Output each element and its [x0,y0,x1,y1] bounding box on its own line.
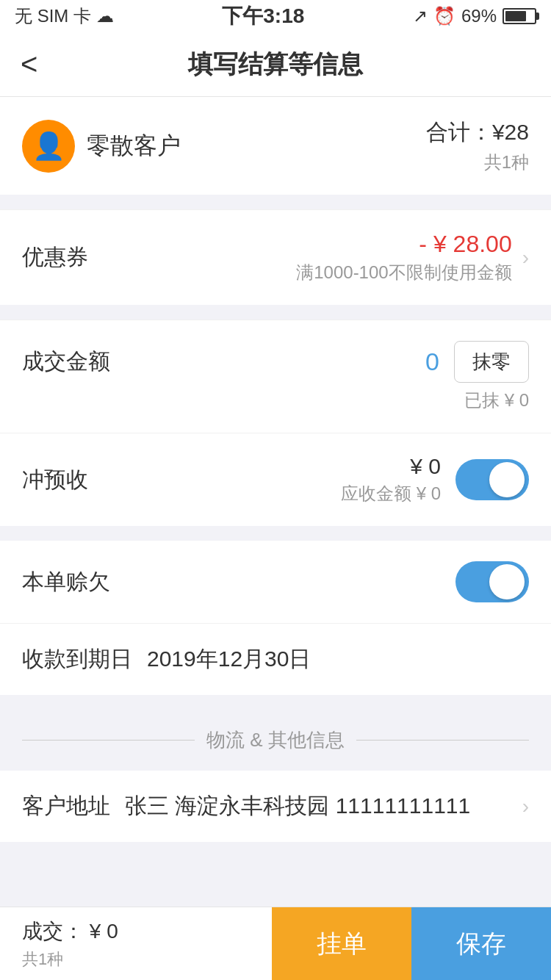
avatar-icon: 👤 [32,131,65,162]
amount-sub-label: 已抹 ¥ 0 [22,389,529,412]
coupon-row[interactable]: 优惠券 - ¥ 28.00 满1000-100不限制使用金额 › [0,209,551,305]
transaction-amount-row: 成交金额 0 抹零 已抹 ¥ 0 [0,320,551,433]
prepayment-sub: 应收金额 ¥ 0 [341,482,441,505]
amount-input-area: 0 抹零 [395,341,529,383]
credit-section: 本单赊欠 收款到期日 2019年12月30日 [0,541,551,695]
address-section: 客户地址 张三 海淀永丰科技园 11111111111 › [0,771,551,842]
customer-name: 零散客户 [87,130,181,162]
coupon-section: 优惠券 - ¥ 28.00 满1000-100不限制使用金额 › [0,209,551,305]
credit-label: 本单赊欠 [22,567,110,597]
prepayment-row: 冲预收 ¥ 0 应收金额 ¥ 0 [0,433,551,526]
avatar: 👤 [22,120,75,173]
logistics-header-label: 物流 & 其他信息 [206,727,345,753]
amount-section: 成交金额 0 抹零 已抹 ¥ 0 冲预收 ¥ 0 应收金额 ¥ 0 [0,320,551,526]
due-date-label: 收款到期日 [22,644,132,674]
round-down-button[interactable]: 抹零 [454,341,529,383]
coupon-discount: - ¥ 28.00 [296,231,511,258]
customer-left: 👤 零散客户 [22,120,181,173]
credit-toggle-knob [489,564,525,599]
address-left: 客户地址 张三 海淀永丰科技园 11111111111 [22,791,470,821]
address-value: 张三 海淀永丰科技园 11111111111 [125,791,470,821]
bottom-transaction: 成交： ¥ 0 [22,918,250,945]
hang-order-button[interactable]: 挂单 [272,907,411,980]
toggle-knob [489,462,525,497]
address-row[interactable]: 客户地址 张三 海淀永丰科技园 11111111111 › [0,771,551,842]
bottom-transaction-value: ¥ 0 [90,920,118,943]
status-left: 无 SIM 卡 ☁ [15,4,114,28]
status-time: 下午3:18 [222,2,304,30]
bottom-transaction-label: 成交： [22,920,84,943]
prepayment-values: ¥ 0 应收金额 ¥ 0 [341,454,441,505]
total-count: 共1种 [426,151,529,174]
prepayment-label: 冲预收 [22,465,88,495]
location-icon: ↗ [413,6,428,26]
chevron-right-icon: › [522,246,529,270]
customer-right: 合计：¥28 共1种 [426,118,529,174]
address-label: 客户地址 [22,791,110,821]
transaction-amount-label: 成交金额 [22,347,110,377]
amount-row: 成交金额 0 抹零 [22,341,529,383]
coupon-description: 满1000-100不限制使用金额 [296,261,511,284]
status-right: ↗ ⏰ 69% [413,6,536,26]
bottom-bar: 成交： ¥ 0 共1种 挂单 保存 [0,907,551,980]
coupon-values: - ¥ 28.00 满1000-100不限制使用金额 [296,231,511,284]
credit-row: 本单赊欠 [0,541,551,623]
battery-icon [503,8,536,24]
prepayment-toggle[interactable] [455,459,529,500]
due-date-row: 收款到期日 2019年12月30日 [0,623,551,695]
total-price: 合计：¥28 [426,118,529,148]
sim-label: 无 SIM 卡 ☁ [15,4,114,28]
save-button[interactable]: 保存 [411,907,551,980]
transaction-amount-value[interactable]: 0 [395,347,439,376]
battery-label: 69% [461,6,497,26]
coupon-label: 优惠券 [22,242,88,273]
alarm-icon: ⏰ [433,6,455,26]
credit-toggle[interactable] [455,561,529,602]
prepayment-amount: ¥ 0 [341,454,441,479]
status-bar: 无 SIM 卡 ☁ 下午3:18 ↗ ⏰ 69% [0,0,551,32]
prepayment-right: ¥ 0 应收金额 ¥ 0 [341,454,529,505]
logistics-header: 物流 & 其他信息 [0,710,551,771]
due-date-value[interactable]: 2019年12月30日 [147,644,311,674]
customer-section: 👤 零散客户 合计：¥28 共1种 [0,97,551,195]
page-title: 填写结算等信息 [188,48,363,82]
address-chevron-icon: › [522,795,529,818]
bottom-info: 成交： ¥ 0 共1种 [0,907,272,980]
coupon-right: - ¥ 28.00 满1000-100不限制使用金额 › [296,231,529,284]
bottom-count: 共1种 [22,948,250,970]
nav-bar: < 填写结算等信息 [0,32,551,97]
customer-row: 👤 零散客户 合计：¥28 共1种 [0,97,551,195]
back-button[interactable]: < [21,48,37,81]
